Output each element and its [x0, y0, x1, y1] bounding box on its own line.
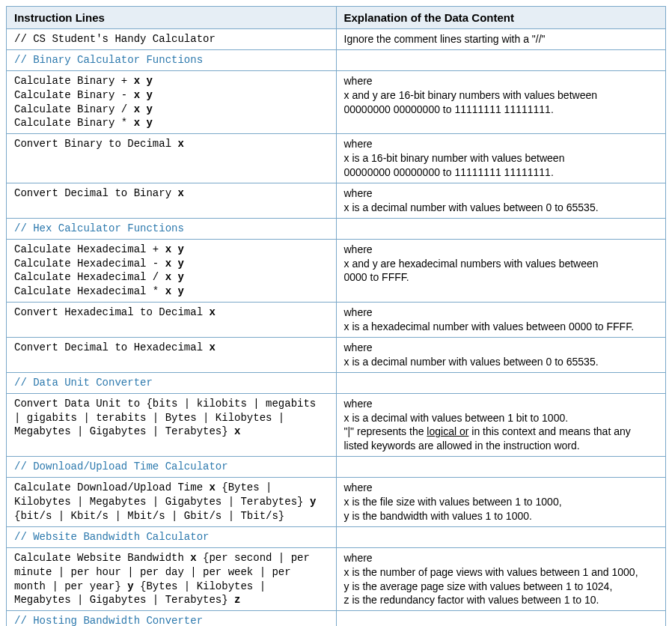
variable: x y	[134, 117, 153, 129]
explanation-cell: wherex and y are 16-bit binary numbers w…	[336, 70, 666, 134]
comment-line: // Download/Upload Time Calculator	[7, 457, 337, 478]
header-instruction-lines: Instruction Lines	[7, 7, 337, 29]
table-row: Convert Decimal to Binary xwherex is a d…	[7, 183, 666, 219]
explanation-cell	[336, 611, 666, 626]
explanation-cell: wherex and y are hexadecimal numbers wit…	[336, 239, 666, 303]
instruction-line: Convert Decimal to Hexadecimal x	[7, 338, 337, 373]
variable: x	[209, 341, 215, 353]
table-row: // CS Student's Handy CalculatorIgnore t…	[7, 29, 666, 50]
table-row: Calculate Download/Upload Time x {Bytes …	[7, 478, 666, 527]
explanation-cell: wherex is the file size with values betw…	[336, 478, 666, 527]
variable: x	[234, 425, 240, 437]
table-row: Convert Data Unit to {bits | kilobits | …	[7, 393, 666, 457]
comment-line: // Website Bandwidth Calculator	[7, 526, 337, 547]
comment-line: // Data Unit Converter	[7, 372, 337, 393]
variable: x y	[134, 75, 153, 87]
instruction-line: Calculate Hexadecimal + x y Calculate He…	[7, 239, 337, 303]
instruction-line: Calculate Binary + x y Calculate Binary …	[7, 70, 337, 134]
table-header-row: Instruction Lines Explanation of the Dat…	[7, 7, 666, 29]
header-explanation: Explanation of the Data Content	[336, 7, 666, 29]
comment-line: // Hex Calculator Functions	[7, 218, 337, 239]
variable: y	[127, 580, 133, 592]
variable: x y	[134, 89, 153, 101]
table-row: // Hex Calculator Functions	[7, 218, 666, 239]
variable: x y	[165, 271, 184, 283]
explanation-cell: wherex is a 16-bit binary number with va…	[336, 134, 666, 183]
explanation-cell	[336, 526, 666, 547]
variable: y	[310, 496, 316, 508]
table-row: // Data Unit Converter	[7, 372, 666, 393]
instruction-table: Instruction Lines Explanation of the Dat…	[6, 6, 666, 626]
explanation-cell	[336, 218, 666, 239]
instruction-line: Calculate Website Bandwidth x {per secon…	[7, 547, 337, 611]
logical-or-text: logical or	[427, 425, 468, 437]
explanation-cell: Ignore the comment lines starting with a…	[336, 29, 666, 50]
explanation-cell: wherex is a decimal with values between …	[336, 393, 666, 457]
variable: x y	[165, 258, 184, 270]
table-row: Convert Hexadecimal to Decimal xwherex i…	[7, 303, 666, 338]
table-row: // Binary Calculator Functions	[7, 49, 666, 70]
table-row: // Website Bandwidth Calculator	[7, 526, 666, 547]
table-row: Convert Binary to Decimal xwherex is a 1…	[7, 134, 666, 183]
table-row: Calculate Website Bandwidth x {per secon…	[7, 547, 666, 611]
variable: x y	[134, 103, 153, 115]
table-row: // Download/Upload Time Calculator	[7, 457, 666, 478]
instruction-line: Convert Decimal to Binary x	[7, 183, 337, 219]
comment-line: // Binary Calculator Functions	[7, 49, 337, 70]
explanation-cell	[336, 372, 666, 393]
instruction-line: Convert Data Unit to {bits | kilobits | …	[7, 393, 337, 457]
variable: x y	[165, 243, 184, 255]
variable: x	[209, 306, 215, 318]
explanation-cell	[336, 457, 666, 478]
variable: x	[177, 138, 183, 150]
explanation-cell: wherex is a decimal number with values b…	[336, 338, 666, 373]
instruction-line: Convert Binary to Decimal x	[7, 134, 337, 183]
table-body: // CS Student's Handy CalculatorIgnore t…	[7, 29, 666, 627]
comment-line: // Hosting Bandwidth Converter	[7, 611, 337, 626]
explanation-cell: wherex is a decimal number with values b…	[336, 183, 666, 219]
table-row: Calculate Hexadecimal + x y Calculate He…	[7, 239, 666, 303]
table-row: Convert Decimal to Hexadecimal xwherex i…	[7, 338, 666, 373]
variable: x y	[165, 285, 184, 297]
variable: x	[209, 481, 215, 493]
variable: z	[234, 594, 240, 606]
variable: x	[190, 552, 196, 564]
instruction-line: // CS Student's Handy Calculator	[7, 29, 337, 50]
explanation-cell: wherex is a hexadecimal number with valu…	[336, 303, 666, 338]
instruction-line: Calculate Download/Upload Time x {Bytes …	[7, 478, 337, 527]
instruction-line: Convert Hexadecimal to Decimal x	[7, 303, 337, 338]
explanation-cell: wherex is the number of page views with …	[336, 547, 666, 611]
table-row: Calculate Binary + x y Calculate Binary …	[7, 70, 666, 134]
variable: x	[177, 187, 183, 199]
explanation-cell	[336, 49, 666, 70]
table-row: // Hosting Bandwidth Converter	[7, 611, 666, 626]
